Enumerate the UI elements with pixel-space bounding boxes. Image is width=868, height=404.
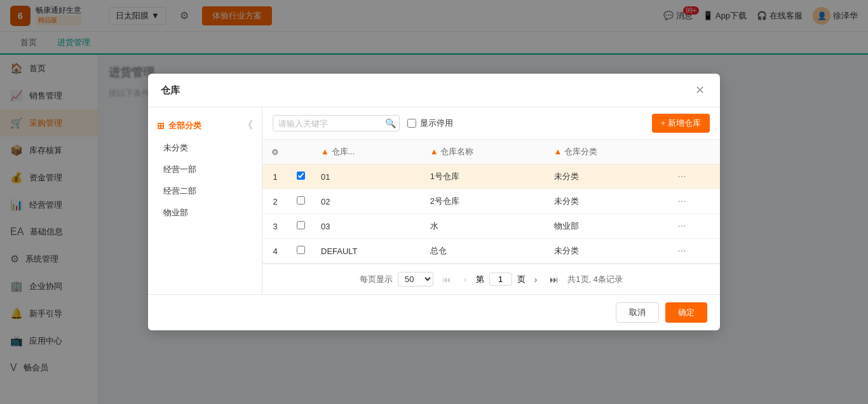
search-input[interactable]: [278, 119, 385, 128]
collapse-button[interactable]: 《: [243, 119, 253, 132]
col-category: ▲ 仓库分类: [546, 140, 670, 165]
sort-icon: ▲: [321, 147, 329, 156]
col-code: ▲ 仓库...: [313, 140, 423, 165]
table-row[interactable]: 1 01 1号仓库 未分类 ···: [262, 165, 720, 189]
row-index: 3: [262, 214, 288, 239]
row-name: 水: [423, 214, 546, 239]
modal-header: 仓库 ✕: [148, 74, 720, 107]
per-page-label: 每页显示: [360, 274, 393, 285]
category-header: ⊞ 全部分类 《: [148, 114, 262, 137]
modal-body: ⊞ 全部分类 《 未分类 经营一部 经营二部 物业部 🔍: [148, 107, 720, 294]
table-row[interactable]: 3 03 水 物业部 ···: [262, 214, 720, 239]
modal-title: 仓库: [161, 84, 180, 97]
row-category: 未分类: [546, 189, 670, 214]
row-more[interactable]: ···: [670, 165, 720, 189]
show-disabled-label[interactable]: 显示停用: [407, 118, 453, 129]
category-item-ops2[interactable]: 经营二部: [148, 180, 262, 202]
row-code: 02: [313, 189, 423, 214]
table-row[interactable]: 4 DEFAULT 总仓 未分类 ···: [262, 239, 720, 264]
row-more[interactable]: ···: [670, 214, 720, 239]
row-more[interactable]: ···: [670, 239, 720, 264]
confirm-button[interactable]: 确定: [665, 302, 707, 323]
more-button[interactable]: ···: [677, 196, 686, 207]
sort-icon-cat: ▲: [554, 147, 562, 156]
grid-icon: ⊞: [157, 121, 165, 131]
add-warehouse-button[interactable]: + 新增仓库: [652, 114, 710, 133]
row-index: 4: [262, 239, 288, 264]
page-input[interactable]: [489, 273, 512, 286]
modal-toolbar: 🔍 显示停用 + 新增仓库: [262, 107, 720, 140]
more-button[interactable]: ···: [677, 220, 686, 232]
table-body: 1 01 1号仓库 未分类 ··· 2 02 2号仓库 未分类 ··· 3 03…: [262, 165, 720, 264]
sort-icon-name: ▲: [430, 147, 438, 156]
row-checkbox[interactable]: [288, 189, 313, 214]
page-label: 第: [476, 274, 484, 285]
next-page-button[interactable]: ›: [531, 273, 541, 286]
last-page-button[interactable]: ⏭: [546, 273, 562, 286]
row-checkbox[interactable]: [288, 165, 313, 189]
row-more[interactable]: ···: [670, 189, 720, 214]
more-button[interactable]: ···: [677, 171, 686, 182]
row-category: 未分类: [546, 165, 670, 189]
row-name: 1号仓库: [423, 165, 546, 189]
total-info: 共1页, 4条记录: [567, 274, 623, 285]
row-name: 2号仓库: [423, 189, 546, 214]
col-check: [288, 140, 313, 165]
col-name: ▲ 仓库名称: [423, 140, 546, 165]
row-checkbox[interactable]: [288, 239, 313, 264]
page-unit: 页: [517, 274, 526, 285]
row-name: 总仓: [423, 239, 546, 264]
show-disabled-checkbox[interactable]: [407, 119, 416, 128]
col-actions: [670, 140, 720, 165]
row-category: 物业部: [546, 214, 670, 239]
warehouse-table: ⚙ ▲ 仓库... ▲ 仓库名称: [262, 140, 720, 264]
row-index: 2: [262, 189, 288, 214]
modal-footer: 取消 确定: [148, 294, 720, 330]
table: ⚙ ▲ 仓库... ▲ 仓库名称: [262, 140, 720, 264]
warehouse-modal: 仓库 ✕ ⊞ 全部分类 《 未分类 经营一部 经营二部 物业部: [148, 74, 720, 330]
search-button[interactable]: 🔍: [385, 118, 396, 128]
table-row[interactable]: 2 02 2号仓库 未分类 ···: [262, 189, 720, 214]
category-item-property[interactable]: 物业部: [148, 202, 262, 224]
category-item-ops1[interactable]: 经营一部: [148, 159, 262, 180]
row-category: 未分类: [546, 239, 670, 264]
category-sidebar: ⊞ 全部分类 《 未分类 经营一部 经营二部 物业部: [148, 107, 262, 294]
row-index: 1: [262, 165, 288, 189]
row-code: 03: [313, 214, 423, 239]
category-item-uncategorized[interactable]: 未分类: [148, 137, 262, 159]
row-code: DEFAULT: [313, 239, 423, 264]
modal-overlay[interactable]: 仓库 ✕ ⊞ 全部分类 《 未分类 经营一部 经营二部 物业部: [0, 0, 868, 404]
cancel-button[interactable]: 取消: [616, 302, 659, 323]
prev-page-button[interactable]: ‹: [460, 273, 471, 286]
row-checkbox[interactable]: [288, 214, 313, 239]
row-code: 01: [313, 165, 423, 189]
table-header-row: ⚙ ▲ 仓库... ▲ 仓库名称: [262, 140, 720, 165]
modal-close-button[interactable]: ✕: [692, 83, 707, 98]
per-page-select[interactable]: 50 100: [398, 272, 433, 286]
modal-pagination: 每页显示 50 100 ⏮ ‹ 第 页 › ⏭ 共1页, 4条记录: [262, 264, 720, 294]
col-gear: ⚙: [262, 140, 288, 165]
modal-content-area: 🔍 显示停用 + 新增仓库 ⚙: [262, 107, 720, 294]
first-page-button[interactable]: ⏮: [438, 273, 455, 286]
more-button[interactable]: ···: [677, 245, 686, 257]
toolbar-left: 🔍 显示停用: [273, 115, 453, 131]
all-categories[interactable]: ⊞ 全部分类: [157, 120, 201, 131]
search-box: 🔍: [273, 115, 400, 131]
